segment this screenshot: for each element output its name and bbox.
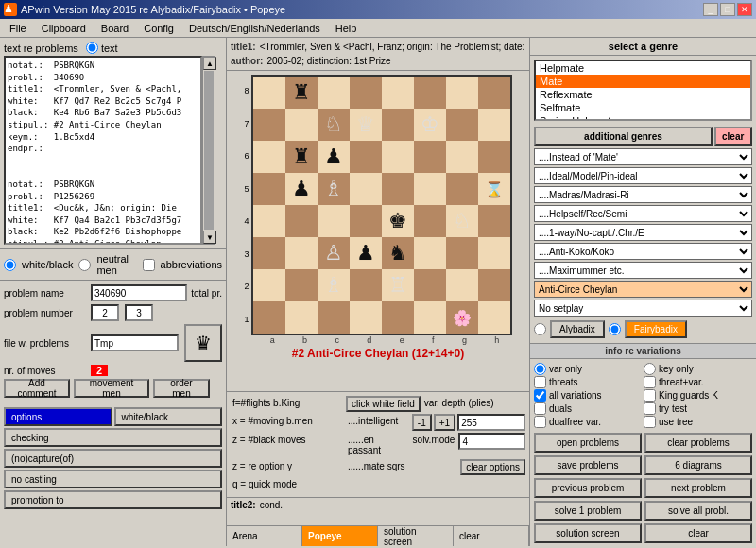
cell-e5[interactable] (382, 173, 414, 205)
cell-f3[interactable] (414, 237, 446, 269)
menu-clipboard[interactable]: Clipboard (34, 21, 94, 36)
promotion-button[interactable]: promotion to (4, 490, 222, 509)
additional-genres-button[interactable]: additional genres (534, 127, 713, 146)
cell-c1[interactable] (318, 301, 350, 334)
cell-e8[interactable] (382, 77, 414, 109)
cell-g7[interactable] (446, 109, 478, 141)
instead-dropdown[interactable]: ....Instead of 'Mate' (534, 148, 752, 165)
cell-d3[interactable]: ♟ (350, 237, 382, 269)
anticirce-dropdown[interactable]: Anti-Circe Cheylan (534, 281, 752, 298)
cell-g5[interactable] (446, 173, 478, 205)
cell-a7[interactable] (253, 109, 285, 141)
popeye-segment[interactable]: Popeye (302, 526, 378, 546)
order-men-button[interactable]: order men (153, 379, 210, 398)
maximummer-dropdown[interactable]: ....Maximummer etc. (534, 262, 752, 279)
setplay-dropdown[interactable]: No setplay (534, 300, 752, 317)
cell-d7[interactable]: ♕ (350, 109, 382, 141)
cell-c5[interactable]: ♗ (318, 173, 350, 205)
madras-dropdown[interactable]: ....Madras/Madrasi-Ri (534, 186, 752, 203)
options-button[interactable]: options (4, 407, 112, 426)
cell-h3[interactable] (478, 237, 510, 269)
cell-b6[interactable]: ♜ (285, 141, 318, 173)
cell-b7[interactable] (285, 109, 318, 141)
fairybadix-button[interactable]: Fairybadix (625, 320, 687, 338)
cell-e1[interactable] (382, 301, 414, 334)
cell-h4[interactable] (478, 205, 510, 237)
no-capture-button[interactable]: (no)capture(of) (4, 449, 222, 468)
cell-d8[interactable] (350, 77, 382, 109)
cell-h6[interactable] (478, 141, 510, 173)
arena-segment[interactable]: Arena (227, 526, 302, 546)
cell-d6[interactable] (350, 141, 382, 173)
cell-b1[interactable] (285, 301, 318, 334)
genre-list[interactable]: Helpmate Mate Reflexmate Selfmate Series… (534, 60, 752, 121)
close-button[interactable]: ✕ (737, 3, 752, 16)
text-radio[interactable] (86, 42, 98, 54)
cell-h7[interactable] (478, 109, 510, 141)
cell-c6[interactable]: ♟ (318, 141, 350, 173)
cell-g2[interactable] (446, 269, 478, 301)
textarea1-scrollbar[interactable]: ▲ ▼ (202, 56, 215, 245)
duals-checkbox[interactable] (534, 402, 546, 415)
cell-e6[interactable] (382, 141, 414, 173)
cell-b4[interactable] (285, 205, 318, 237)
clear-genre-button[interactable]: clear (714, 127, 752, 146)
cell-a1[interactable] (253, 301, 285, 334)
use-tree-checkbox[interactable] (644, 416, 656, 428)
helpself-dropdown[interactable]: ....Helpself/Rec/Semi (534, 205, 752, 222)
file-problems-input[interactable] (91, 334, 179, 351)
solution-screen-segment[interactable]: solution screen (378, 526, 454, 546)
menu-language[interactable]: Deutsch/English/Nederlands (181, 21, 328, 36)
cell-h2[interactable] (478, 269, 510, 301)
dualfree-checkbox[interactable] (534, 416, 546, 428)
cell-a5[interactable] (253, 173, 285, 205)
antikoko-dropdown[interactable]: ....Anti-Koko/Koko (534, 243, 752, 260)
clear-segment[interactable]: clear (454, 526, 529, 546)
cell-h1[interactable] (478, 301, 510, 334)
minus1-btn[interactable]: -1 (412, 414, 432, 431)
clear-options-btn[interactable]: clear options (460, 459, 525, 475)
no-castling-button[interactable]: no castling (4, 470, 222, 488)
cell-f8[interactable] (414, 77, 446, 109)
cell-b5[interactable]: ♟ (285, 173, 318, 205)
cell-b8[interactable]: ♜ (285, 77, 318, 109)
cell-f7[interactable]: ♔ (414, 109, 446, 141)
neutral-men-radio[interactable] (78, 259, 91, 271)
movement-men-button[interactable]: movement men (74, 379, 149, 398)
genre-helpmate[interactable]: Helpmate (536, 61, 750, 75)
cell-g6[interactable] (446, 141, 478, 173)
king-guards-checkbox[interactable] (644, 389, 656, 402)
cell-f1[interactable] (414, 301, 446, 334)
var-only-radio[interactable] (534, 363, 546, 375)
cell-f4[interactable] (414, 205, 446, 237)
next-problem-button[interactable]: next problem (644, 478, 752, 498)
cell-c3[interactable]: ♙ (318, 237, 350, 269)
try-test-checkbox[interactable] (644, 402, 656, 415)
cell-g8[interactable] (446, 77, 478, 109)
cell-g4[interactable]: ♘ (446, 205, 478, 237)
problem-number-value3[interactable] (125, 304, 153, 321)
cell-e7[interactable] (382, 109, 414, 141)
alybadix-radio[interactable] (534, 323, 546, 335)
cell-g3[interactable] (446, 237, 478, 269)
fairybadix-radio[interactable] (609, 323, 621, 335)
cell-f5[interactable] (414, 173, 446, 205)
cell-a2[interactable] (253, 269, 285, 301)
cell-e3[interactable]: ♞ (382, 237, 414, 269)
threat-var-checkbox[interactable] (644, 376, 656, 388)
depth-value-input[interactable] (457, 414, 525, 431)
chess-board[interactable]: ♜ ♘ ♕ (251, 75, 512, 335)
cell-a8[interactable] (253, 77, 285, 109)
solve-1-problem-button[interactable]: solve 1 problem (534, 501, 642, 521)
clear-problems-button[interactable]: clear problems (644, 433, 752, 453)
cell-c8[interactable] (318, 77, 350, 109)
open-problems-button[interactable]: open problems (534, 433, 642, 453)
checking-button[interactable]: checking (4, 428, 222, 447)
minimize-button[interactable]: _ (703, 3, 718, 16)
cell-d5[interactable] (350, 173, 382, 205)
cell-h5[interactable]: ⌛ (478, 173, 510, 205)
oneway-dropdown[interactable]: ....1-way/No-capt./.Chr./E (534, 224, 752, 241)
clear-right-button[interactable]: clear (644, 523, 752, 543)
cell-e2[interactable]: ♖ (382, 269, 414, 301)
menu-board[interactable]: Board (94, 21, 136, 36)
